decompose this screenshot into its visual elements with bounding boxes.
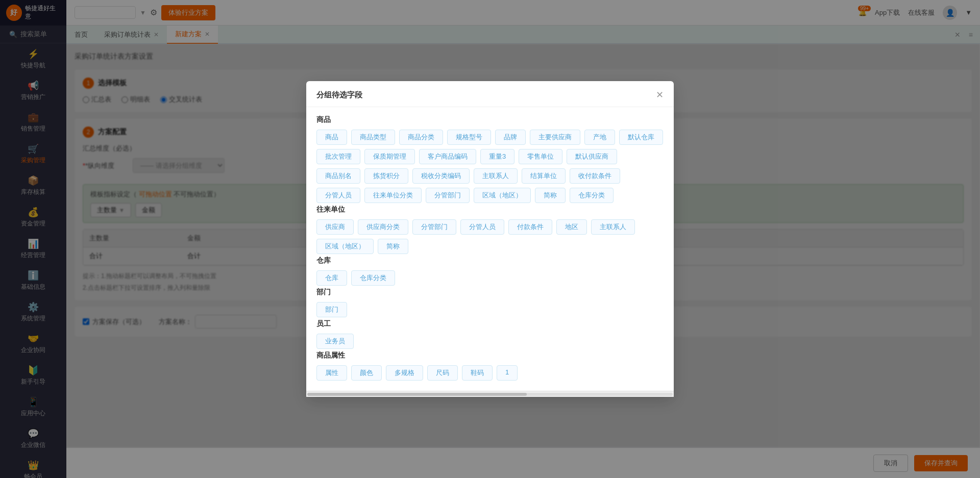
modal-scroll-bar[interactable] [306, 391, 674, 397]
field-tag-产地[interactable]: 产地 [584, 130, 615, 145]
goods-section-title: 商品 [316, 115, 664, 124]
field-tag-拣货积分[interactable]: 拣货积分 [364, 168, 408, 184]
department-tags: 部门 [316, 302, 664, 317]
field-tag-商品别名[interactable]: 商品别名 [316, 168, 360, 184]
warehouse-tags: 仓库仓库分类 [316, 270, 664, 286]
field-tag-多规格[interactable]: 多规格 [386, 365, 423, 381]
field-tag-尺码[interactable]: 尺码 [427, 365, 458, 381]
field-tag-零售单位[interactable]: 零售单位 [519, 149, 562, 164]
field-tag-收付款条件[interactable]: 收付款条件 [570, 168, 620, 184]
employee-section-title: 员工 [316, 319, 664, 329]
field-tag-1[interactable]: 1 [497, 365, 518, 381]
modal-section-warehouse: 仓库 仓库仓库分类 [316, 256, 664, 286]
employee-tags: 业务员 [316, 334, 664, 349]
field-tag-分管部门[interactable]: 分管部门 [412, 219, 456, 235]
field-tag-往来单位分类[interactable]: 往来单位分类 [364, 188, 422, 203]
field-tag-仓库[interactable]: 仓库 [316, 270, 347, 286]
modal-scroll-thumb [307, 393, 527, 396]
field-tag-属性[interactable]: 属性 [316, 365, 347, 381]
modal-close-btn[interactable]: ✕ [656, 89, 664, 100]
field-tag-主联系人[interactable]: 主联系人 [474, 168, 518, 184]
field-tag-商品分类[interactable]: 商品分类 [399, 130, 443, 145]
field-tag-供应商[interactable]: 供应商 [316, 219, 354, 235]
field-tag-分管部门[interactable]: 分管部门 [426, 188, 470, 203]
field-tag-供应商分类[interactable]: 供应商分类 [358, 219, 408, 235]
field-tag-简称[interactable]: 简称 [535, 188, 566, 203]
field-tag-区域（地区）[interactable]: 区域（地区） [474, 188, 531, 203]
field-tag-商品类型[interactable]: 商品类型 [351, 130, 395, 145]
field-tag-简称[interactable]: 简称 [378, 239, 408, 254]
field-tag-重量3[interactable]: 重量3 [480, 149, 514, 164]
field-tag-保质期管理[interactable]: 保质期管理 [364, 149, 415, 164]
modal-section-department: 部门 部门 [316, 288, 664, 317]
field-tag-默认仓库[interactable]: 默认仓库 [619, 130, 663, 145]
modal-header: 分组待选字段 ✕ [306, 81, 674, 107]
field-tag-部门[interactable]: 部门 [316, 302, 347, 317]
field-tag-批次管理[interactable]: 批次管理 [316, 149, 360, 164]
field-tag-主要供应商[interactable]: 主要供应商 [530, 130, 580, 145]
modal-body: 商品 商品商品类型商品分类规格型号品牌主要供应商产地默认仓库批次管理保质期管理客… [306, 107, 674, 391]
field-tag-分管人员[interactable]: 分管人员 [460, 219, 504, 235]
field-tag-付款条件[interactable]: 付款条件 [508, 219, 552, 235]
product-attr-tags: 属性颜色多规格尺码鞋码1 [316, 365, 664, 381]
field-tag-客户商品编码[interactable]: 客户商品编码 [419, 149, 476, 164]
partner-section-title: 往来单位 [316, 205, 664, 214]
product-attr-section-title: 商品属性 [316, 351, 664, 360]
modal-section-product-attr: 商品属性 属性颜色多规格尺码鞋码1 [316, 351, 664, 381]
modal: 分组待选字段 ✕ 商品 商品商品类型商品分类规格型号品牌主要供应商产地默认仓库批… [306, 81, 674, 397]
field-tag-仓库分类[interactable]: 仓库分类 [351, 270, 395, 286]
field-tag-颜色[interactable]: 颜色 [351, 365, 382, 381]
field-tag-分管人员[interactable]: 分管人员 [316, 188, 360, 203]
modal-scroll-track [307, 393, 673, 396]
field-tag-区域（地区）[interactable]: 区域（地区） [316, 239, 374, 254]
field-tag-规格型号[interactable]: 规格型号 [447, 130, 491, 145]
goods-tags: 商品商品类型商品分类规格型号品牌主要供应商产地默认仓库批次管理保质期管理客户商品… [316, 130, 664, 203]
field-tag-鞋码[interactable]: 鞋码 [462, 365, 493, 381]
partner-tags: 供应商供应商分类分管部门分管人员付款条件地区主联系人区域（地区）简称 [316, 219, 664, 254]
field-tag-仓库分类[interactable]: 仓库分类 [570, 188, 614, 203]
field-tag-品牌[interactable]: 品牌 [495, 130, 526, 145]
field-tag-结算单位[interactable]: 结算单位 [522, 168, 566, 184]
warehouse-section-title: 仓库 [316, 256, 664, 265]
modal-title: 分组待选字段 [316, 90, 362, 100]
field-tag-商品[interactable]: 商品 [316, 130, 347, 145]
field-tag-主联系人[interactable]: 主联系人 [591, 219, 635, 235]
modal-section-partner: 往来单位 供应商供应商分类分管部门分管人员付款条件地区主联系人区域（地区）简称 [316, 205, 664, 254]
field-tag-税收分类编码[interactable]: 税收分类编码 [412, 168, 470, 184]
field-tag-地区[interactable]: 地区 [556, 219, 587, 235]
field-tag-业务员[interactable]: 业务员 [316, 334, 354, 349]
modal-overlay[interactable]: 分组待选字段 ✕ 商品 商品商品类型商品分类规格型号品牌主要供应商产地默认仓库批… [0, 0, 980, 478]
modal-section-employee: 员工 业务员 [316, 319, 664, 349]
modal-section-goods: 商品 商品商品类型商品分类规格型号品牌主要供应商产地默认仓库批次管理保质期管理客… [316, 115, 664, 203]
department-section-title: 部门 [316, 288, 664, 297]
field-tag-默认供应商[interactable]: 默认供应商 [567, 149, 617, 164]
